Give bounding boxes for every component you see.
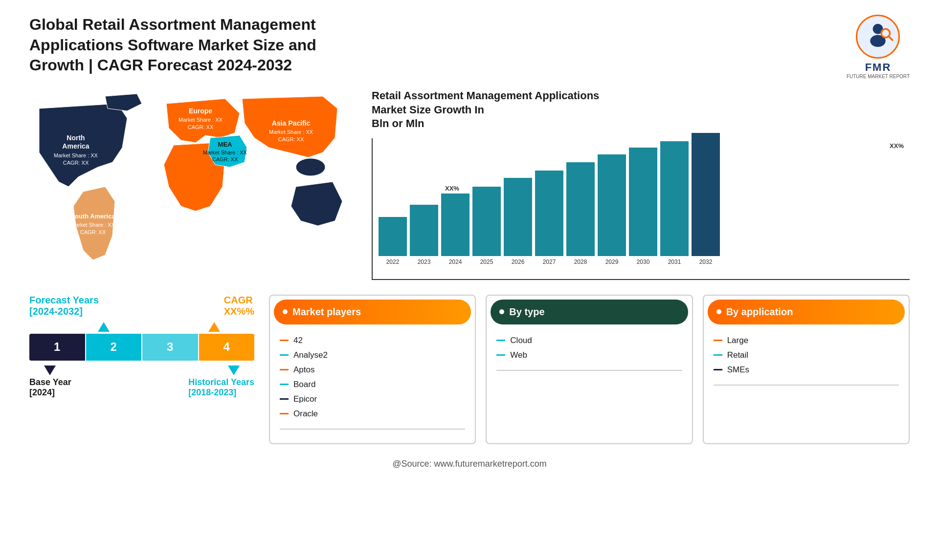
svg-text:South America: South America bbox=[70, 213, 115, 220]
svg-text:Market Share : XX: Market Share : XX bbox=[71, 222, 115, 228]
dash-icon bbox=[714, 354, 722, 356]
bar-label-2029: 2029 bbox=[605, 258, 619, 265]
bar-2032 bbox=[692, 133, 720, 256]
list-item: Aptos bbox=[280, 365, 465, 375]
dash-icon bbox=[714, 369, 722, 370]
logo-fmr-text: FMR bbox=[865, 61, 892, 74]
map-area: North America Market Share : XX CAGR: XX… bbox=[29, 89, 352, 277]
bar-2028 bbox=[566, 162, 595, 256]
chart-area: Retail Assortment Management Application… bbox=[372, 89, 910, 280]
dash-icon bbox=[280, 398, 289, 400]
svg-text:Market Share : XX: Market Share : XX bbox=[269, 129, 313, 135]
base-year-label: Base Year bbox=[29, 377, 71, 388]
base-year-value: [2024] bbox=[29, 388, 71, 398]
cagr-label: CAGR bbox=[224, 295, 253, 305]
timeline-seg-4: 4 bbox=[199, 334, 255, 361]
dash-icon bbox=[496, 340, 505, 341]
chart-title: Retail Assortment Management Application… bbox=[372, 89, 910, 131]
bar-label-2028: 2028 bbox=[574, 258, 587, 265]
bar-group-2031: 2031 bbox=[660, 141, 689, 265]
bar-group-2026: 2026 bbox=[504, 178, 532, 265]
bar-2029 bbox=[598, 154, 626, 256]
bar-label-2030: 2030 bbox=[637, 258, 650, 265]
bar-annotation-xx: XX% bbox=[445, 185, 459, 192]
bar-group-2032: 2032 bbox=[692, 133, 720, 265]
bar-label-2027: 2027 bbox=[543, 258, 556, 265]
page: Global Retail Assortment Management Appl… bbox=[0, 0, 939, 560]
bar-2022 bbox=[379, 217, 407, 256]
card-bottom-curve bbox=[280, 429, 465, 441]
bar-annotation-xx2: XX% bbox=[890, 142, 904, 150]
bar-group-2029: 2029 bbox=[598, 154, 626, 265]
cat-items-by-application: Large Retail SMEs bbox=[704, 328, 909, 382]
list-item: Retail bbox=[714, 350, 899, 360]
bar-2026 bbox=[504, 178, 532, 256]
list-item: Analyse2 bbox=[280, 350, 465, 360]
svg-text:MEA: MEA bbox=[218, 141, 233, 148]
top-section: North America Market Share : XX CAGR: XX… bbox=[29, 89, 910, 280]
page-title: Global Retail Assortment Management Appl… bbox=[29, 15, 372, 76]
list-item: Web bbox=[496, 350, 682, 360]
svg-text:CAGR: XX: CAGR: XX bbox=[188, 124, 214, 130]
list-item: Oracle bbox=[280, 409, 465, 419]
svg-text:Market Share : XX: Market Share : XX bbox=[179, 117, 223, 123]
svg-text:Market Share : XX: Market Share : XX bbox=[203, 150, 247, 155]
logo-icon bbox=[861, 20, 895, 54]
timeline-bar: 1 2 3 4 bbox=[29, 334, 254, 361]
svg-text:Market Share : XX: Market Share : XX bbox=[54, 152, 98, 158]
list-item: Large bbox=[714, 336, 899, 345]
bar-group-2022: 2022 bbox=[379, 217, 407, 265]
list-item: Epicor bbox=[280, 394, 465, 404]
hist-years-block: Historical Years [2018-2023] bbox=[188, 377, 254, 398]
arrow-down-row bbox=[29, 366, 254, 375]
card-market-players: Market players 42 Analyse2 Aptos bbox=[269, 295, 476, 444]
bar-label-2025: 2025 bbox=[480, 258, 493, 265]
svg-text:CAGR: XX: CAGR: XX bbox=[278, 136, 304, 142]
bar-label-2022: 2022 bbox=[386, 258, 400, 265]
timeline-seg-3: 3 bbox=[142, 334, 198, 361]
arrow-up-orange-icon bbox=[208, 322, 220, 332]
cat-items-market-players: 42 Analyse2 Aptos Board bbox=[270, 328, 475, 426]
source-bar: @Source: www.futuremarketreport.com bbox=[29, 459, 910, 469]
bottom-section: Forecast Years[2024-2032] CAGR XX%% 1 2 … bbox=[29, 295, 910, 444]
stats-area: Forecast Years[2024-2032] CAGR XX%% 1 2 … bbox=[29, 295, 254, 398]
bar-group-2027: 2027 bbox=[535, 171, 563, 265]
forecast-cagr-row: Forecast Years[2024-2032] CAGR XX%% bbox=[29, 295, 254, 317]
arrow-down-teal-icon bbox=[228, 366, 240, 375]
svg-text:America: America bbox=[62, 142, 89, 150]
bar-2031 bbox=[660, 141, 689, 256]
bar-label-2026: 2026 bbox=[512, 258, 525, 265]
dash-icon bbox=[496, 354, 505, 356]
forecast-label: Forecast Years[2024-2032] bbox=[29, 295, 99, 317]
hist-label: Historical Years bbox=[188, 377, 254, 388]
svg-text:CAGR: XX: CAGR: XX bbox=[80, 229, 106, 235]
world-map: North America Market Share : XX CAGR: XX… bbox=[29, 89, 352, 275]
dash-icon bbox=[280, 413, 289, 414]
cagr-value: XX%% bbox=[224, 306, 254, 317]
dash-icon bbox=[714, 340, 722, 341]
bar-label-2032: 2032 bbox=[699, 258, 713, 265]
dash-icon bbox=[280, 369, 289, 370]
arrow-up-row bbox=[29, 322, 254, 332]
bar-2024 bbox=[441, 194, 470, 256]
cagr-value-block: CAGR XX%% bbox=[224, 295, 254, 317]
svg-point-4 bbox=[296, 158, 325, 176]
list-item: Cloud bbox=[496, 336, 682, 345]
logo-circle bbox=[856, 15, 900, 59]
bar-2023 bbox=[410, 205, 438, 256]
cat-dot-mp bbox=[283, 309, 288, 314]
card-header-market-players: Market players bbox=[274, 300, 471, 324]
timeline-seg-2: 2 bbox=[86, 334, 142, 361]
source-text: @Source: www.futuremarketreport.com bbox=[392, 459, 546, 469]
cat-title-by-type: By type bbox=[509, 306, 544, 318]
dash-icon bbox=[280, 384, 289, 385]
bar-label-2031: 2031 bbox=[668, 258, 681, 265]
bar-group-2030: 2030 bbox=[629, 148, 657, 265]
svg-text:North: North bbox=[67, 134, 85, 142]
list-item: SMEs bbox=[714, 365, 899, 375]
cat-title-by-application: By application bbox=[726, 306, 793, 318]
base-hist-row: Base Year [2024] Historical Years [2018-… bbox=[29, 377, 254, 398]
bar-group-2023: 2023 bbox=[410, 205, 438, 265]
svg-text:CAGR: XX: CAGR: XX bbox=[63, 160, 89, 166]
base-year-block: Base Year [2024] bbox=[29, 377, 71, 398]
